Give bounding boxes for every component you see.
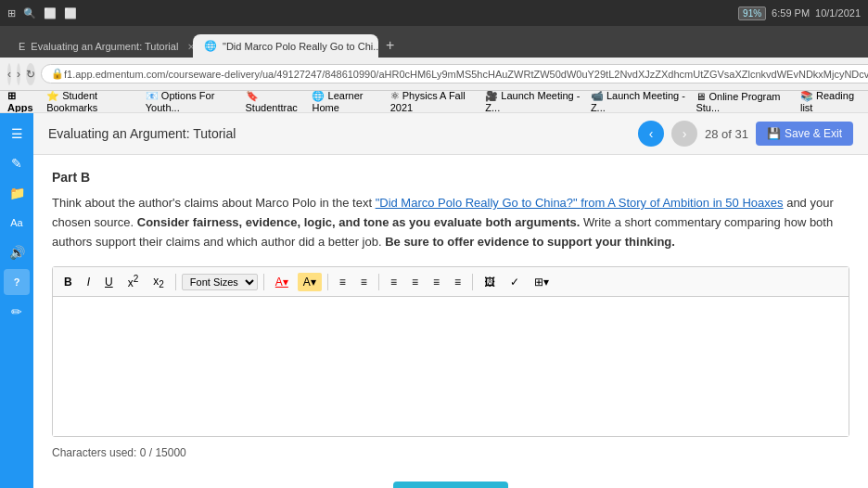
- title-bar-right: 91% 6:59 PM 10/1/2021: [738, 6, 861, 20]
- url-bar[interactable]: 🔒 f1.app.edmentum.com/courseware-deliver…: [41, 64, 868, 83]
- align-justify-button[interactable]: ≡: [449, 273, 466, 291]
- part-label: Part B: [52, 170, 849, 185]
- tab-evaluating[interactable]: E Evaluating an Argument: Tutorial ✕: [7, 35, 193, 58]
- page-indicator: 28 of 31: [705, 127, 748, 141]
- sidebar-edit-icon[interactable]: ✎: [4, 150, 30, 176]
- image-button[interactable]: 🖼: [479, 273, 501, 291]
- sidebar-text-icon[interactable]: Aa: [4, 210, 30, 236]
- align-center-button[interactable]: ≡: [406, 273, 424, 291]
- tab-bar: E Evaluating an Argument: Tutorial ✕ 🌐 "…: [0, 26, 868, 58]
- toolbar-sep-4: [378, 274, 379, 290]
- header-controls: ‹ › 28 of 31 💾 Save & Exit: [638, 121, 853, 147]
- save-exit-button[interactable]: 💾 Save & Exit: [756, 122, 853, 146]
- tutorial-header: Evaluating an Argument: Tutorial ‹ › 28 …: [33, 113, 868, 155]
- prev-page-button[interactable]: ‹: [638, 121, 664, 147]
- toolbar-sep-2: [263, 274, 264, 290]
- table-button[interactable]: ⊞▾: [529, 273, 555, 291]
- subscript-button[interactable]: x2: [147, 272, 170, 292]
- content-area: Evaluating an Argument: Tutorial ‹ › 28 …: [33, 113, 868, 488]
- tutorial-title: Evaluating an Argument: Tutorial: [48, 126, 236, 141]
- new-tab-button[interactable]: +: [378, 33, 402, 58]
- address-bar: ‹ › ↻ 🔒 f1.app.edmentum.com/courseware-d…: [0, 58, 868, 91]
- taskbar-icon2[interactable]: ⬜: [64, 7, 77, 19]
- sidebar-pen-icon[interactable]: ✏: [4, 299, 30, 325]
- tab-label-2: "Did Marco Polo Really Go to Chi...: [223, 41, 378, 52]
- launch-meeting-1-link[interactable]: 🎥 Launch Meeting - Z...: [485, 91, 583, 113]
- align-right-button[interactable]: ≡: [428, 273, 445, 291]
- toolbar-sep-1: [175, 274, 176, 290]
- options-for-youth-link[interactable]: 📧 Options For Youth...: [146, 91, 238, 113]
- toolbar-sep-5: [472, 274, 473, 290]
- title-bar: ⊞ 🔍 ⬜ ⬜ 91% 6:59 PM 10/1/2021: [0, 0, 868, 26]
- next-page-button[interactable]: ›: [671, 121, 697, 147]
- title-bar-left: ⊞ 🔍 ⬜ ⬜: [7, 7, 77, 19]
- date-display: 10/1/2021: [815, 7, 861, 19]
- physics-link[interactable]: ⚛ Physics A Fall 2021: [390, 91, 479, 113]
- editor-container: B I U x2 x2 Font Sizes A▾ A▾ ≡ ≡: [52, 266, 849, 437]
- tab-label-1: Evaluating an Argument: Tutorial: [31, 41, 178, 52]
- tab-marco-polo[interactable]: 🌐 "Did Marco Polo Really Go to Chi... ✕: [193, 34, 378, 58]
- forward-button[interactable]: ›: [17, 63, 20, 85]
- save-icon: 💾: [767, 127, 781, 140]
- sidebar: ☰ ✎ 📁 Aa 🔊 ? ✏: [0, 113, 33, 488]
- student-bookmarks-link[interactable]: ⭐ Student Bookmarks: [46, 91, 138, 113]
- back-button[interactable]: ‹: [7, 63, 11, 85]
- align-left-button[interactable]: ≡: [385, 273, 402, 291]
- windows-icon[interactable]: ⊞: [7, 7, 16, 19]
- superscript-button[interactable]: x2: [122, 271, 145, 292]
- online-program-link[interactable]: 🖥 Online Program Stu...: [696, 91, 793, 113]
- instruction-bold1: Consider fairness, evidence, logic, and …: [137, 215, 581, 229]
- apps-link[interactable]: ⊞ Apps: [7, 91, 39, 113]
- instruction-prefix: Think about the author's claims about Ma…: [52, 196, 372, 210]
- sidebar-folder-icon[interactable]: 📁: [4, 180, 30, 206]
- submit-button[interactable]: Submit: [393, 482, 508, 488]
- sidebar-menu-icon[interactable]: ☰: [4, 121, 30, 147]
- url-text: f1.app.edmentum.com/courseware-delivery/…: [64, 69, 868, 80]
- bold-button[interactable]: B: [58, 273, 78, 291]
- reading-list-link[interactable]: 📚 Reading list: [800, 91, 861, 113]
- instruction-text: Think about the author's claims about Ma…: [52, 194, 849, 251]
- sidebar-audio-icon[interactable]: 🔊: [4, 239, 30, 265]
- main-layout: ☰ ✎ 📁 Aa 🔊 ? ✏ Evaluating an Argument: T…: [0, 113, 868, 488]
- char-count: Characters used: 0 / 15000: [52, 446, 849, 459]
- taskbar-icon1[interactable]: ⬜: [44, 7, 57, 19]
- launch-meeting-2-link[interactable]: 📹 Launch Meeting - Z...: [591, 91, 689, 113]
- editor-body[interactable]: [53, 297, 849, 436]
- editor-toolbar: B I U x2 x2 Font Sizes A▾ A▾ ≡ ≡: [53, 267, 849, 297]
- underline-button[interactable]: U: [99, 273, 119, 291]
- battery-indicator: 91%: [738, 6, 766, 20]
- tab-favicon-1: E: [19, 41, 25, 52]
- toolbar-sep-3: [327, 274, 328, 290]
- time-display: 6:59 PM: [772, 7, 810, 19]
- source-link[interactable]: "Did Marco Polo Really Go to China?" fro…: [376, 196, 784, 210]
- studenttrac-link[interactable]: 🔖 Studenttrac: [246, 91, 305, 113]
- submit-container: Submit: [52, 474, 849, 488]
- font-color-button[interactable]: A▾: [270, 273, 294, 291]
- lock-icon: 🔒: [51, 68, 64, 80]
- ordered-list-button[interactable]: ≡: [355, 273, 373, 291]
- learner-home-link[interactable]: 🌐 Learner Home: [312, 91, 382, 113]
- tab-favicon-2: 🌐: [204, 40, 217, 52]
- content-body: Part B Think about the author's claims a…: [33, 155, 868, 488]
- italic-button[interactable]: I: [82, 273, 96, 291]
- highlight-button[interactable]: A▾: [298, 273, 322, 291]
- check-button[interactable]: ✓: [504, 273, 525, 291]
- refresh-button[interactable]: ↻: [26, 63, 35, 85]
- bookmarks-bar: ⊞ Apps ⭐ Student Bookmarks 📧 Options For…: [0, 91, 868, 113]
- instruction-bold2: Be sure to offer evidence to support you…: [385, 235, 675, 249]
- font-size-select[interactable]: Font Sizes: [182, 274, 258, 290]
- search-icon[interactable]: 🔍: [23, 7, 36, 19]
- unordered-list-button[interactable]: ≡: [334, 273, 351, 291]
- sidebar-help-icon[interactable]: ?: [4, 269, 30, 295]
